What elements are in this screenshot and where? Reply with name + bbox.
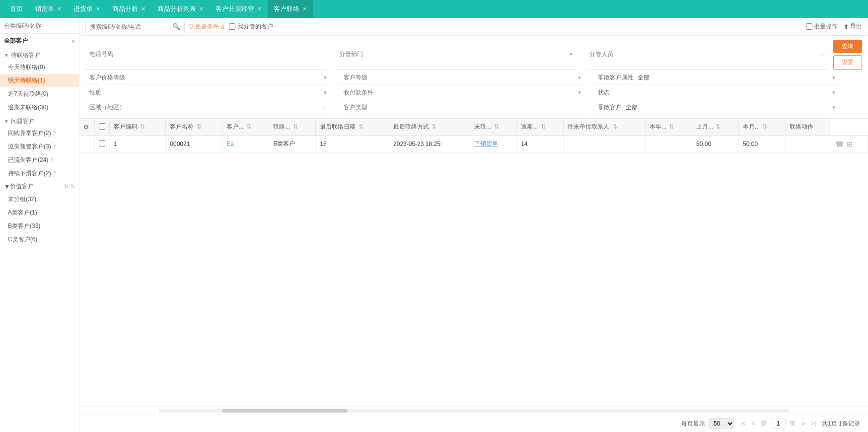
type-col-header[interactable]: 客户... ⇅ [222, 119, 269, 136]
nav-product-analysis-list[interactable]: 商品分析列表 ✕ [151, 0, 210, 18]
row-checkbox[interactable] [99, 140, 105, 146]
edit-icon[interactable]: ✎ [71, 183, 75, 190]
chevron-down-icon[interactable]: ▼ [831, 105, 836, 110]
export-icon: ⬆ [844, 23, 849, 30]
name-cell[interactable]: Ea [222, 136, 269, 152]
set-button[interactable]: 设置 [833, 55, 862, 70]
search-box: 🔍 [85, 21, 185, 32]
price-level-label: 客户价格等级 [89, 73, 129, 82]
pending-group-title: ▼ 待联络客户 [0, 48, 79, 61]
collapse-icon[interactable]: « [72, 38, 75, 45]
problem-group-title: ▼ 问题客户 [0, 114, 79, 127]
sidebar-item-churn-warning[interactable]: 流失预警客户(3) ? [0, 140, 79, 153]
table-footer: 每页显示 50 100 200 |< < 第 页 > >| 共1页 1条记录 [79, 415, 868, 432]
scatter-attr-value: 全部 [638, 73, 650, 82]
nav-customer-contact[interactable]: 客户联络 ✕ [268, 0, 313, 18]
grid-action-icon[interactable]: ⊞ [847, 140, 853, 148]
dots-icon[interactable]: ··· [323, 104, 328, 111]
refresh-icon[interactable]: ↻ [64, 183, 69, 190]
customer-level-label: 客户等级 [344, 73, 373, 82]
sidebar-item-7days-contact[interactable]: 近7天待联络(0) [0, 87, 79, 101]
search-icon[interactable]: 🔍 [172, 23, 180, 30]
my-customers-checkbox[interactable]: 我分管的客户 [229, 22, 273, 31]
chevron-down-icon[interactable]: ▼ [323, 90, 328, 95]
chevron-down-icon[interactable]: ▼ [577, 90, 582, 95]
last-contact-date-col-header[interactable]: 最后联络日期 ⇅ [316, 119, 389, 136]
export-button[interactable]: ⬆ 导出 [844, 22, 862, 31]
nav-product-analysis[interactable]: 商品分析 ✕ [106, 0, 151, 18]
chevron-down-icon[interactable]: ▼ [831, 75, 836, 80]
sidebar-item-ungrouped[interactable]: 未分组(32) [0, 193, 79, 206]
per-page-select[interactable]: 50 100 200 [709, 418, 734, 429]
sidebar-item-churned[interactable]: 已流失客户(24) ? [0, 153, 79, 167]
sidebar-item-today-contact[interactable]: 今天待联络(0) [0, 61, 79, 74]
code-col-header[interactable]: 客户编码 ⇅ [109, 119, 166, 136]
close-icon[interactable]: ✕ [96, 6, 100, 12]
my-customers-check[interactable] [229, 23, 235, 30]
close-icon[interactable]: ✕ [57, 6, 62, 12]
scatter-customer-label: 零散客户 [598, 103, 622, 112]
overdue-col-header[interactable]: 逾期... ⇅ [517, 119, 564, 136]
chevron-down-icon[interactable]: ▼ [831, 90, 836, 95]
checkbox-cell[interactable] [94, 136, 109, 152]
dots-icon[interactable]: ··· [818, 51, 823, 58]
scatter-attr-label: 零散客户属性 [598, 73, 634, 82]
action-cell[interactable]: ☎ ⊞ [831, 136, 868, 152]
chevron-down-icon[interactable]: ▼ [577, 75, 582, 80]
next-page-button[interactable]: > [799, 419, 807, 428]
sort-icon: ⇅ [494, 123, 499, 130]
name-col-header[interactable]: 客户名称 ⇅ [166, 119, 222, 136]
query-button[interactable]: 查询 [833, 40, 862, 53]
last-month-cell: 50.00 [739, 136, 786, 152]
chevron-down-icon[interactable]: ▼ [569, 52, 574, 57]
settings-cell [79, 136, 94, 152]
last-contact-method-col-header[interactable]: 最后联络方式 ⇅ [389, 119, 470, 136]
sidebar-item-tomorrow-contact[interactable]: 明天待联络(1) [0, 74, 79, 87]
sidebar-item-declining[interactable]: 持续下滑客户(2) ? [0, 167, 79, 180]
all-customers-header[interactable]: 全部客户 « [0, 34, 79, 48]
contact-person-cell [646, 136, 692, 152]
last-contact-method-cell[interactable]: 下销货单 [470, 136, 517, 152]
close-icon[interactable]: ✕ [199, 6, 204, 12]
last-month-col-header[interactable]: 上月... ⇅ [692, 119, 739, 136]
close-icon[interactable]: ✕ [302, 6, 307, 12]
checkbox-col-header[interactable] [94, 119, 109, 136]
batch-check[interactable] [806, 23, 812, 30]
help-icon: ? [50, 157, 53, 163]
first-page-button[interactable]: |< [738, 419, 747, 428]
settings-col-header[interactable]: ⚙ [79, 119, 94, 136]
arrow-down-icon: ▼ [4, 119, 9, 124]
horizontal-scrollbar[interactable] [159, 409, 789, 413]
page-number-input[interactable] [771, 419, 786, 429]
year-amount-col-header[interactable]: 本年... ⇅ [646, 119, 692, 136]
search-input[interactable] [90, 23, 172, 30]
this-month-col-header[interactable]: 本月... ⇅ [739, 119, 786, 136]
batch-operation-button[interactable]: 批量操作 [806, 22, 838, 31]
sidebar-item-overdue-contact[interactable]: 逾期未联络(30) [0, 101, 79, 114]
dept-label: 分管部门 [339, 50, 374, 59]
sidebar-item-repurchase-abnormal[interactable]: 回购异常客户(2) ? [0, 127, 79, 140]
select-all-checkbox[interactable] [99, 123, 105, 130]
chevron-down-icon[interactable]: ▼ [323, 75, 328, 80]
more-conditions-button[interactable]: ▽ 更多条件 ∧ [189, 22, 225, 31]
nav-home[interactable]: 首页 [4, 0, 29, 18]
nav-purchase-order[interactable]: 进货单 ✕ [68, 0, 106, 18]
overdue-cell [564, 136, 646, 152]
contacts-col-header[interactable]: 联络... ⇅ [269, 119, 316, 136]
last-page-button[interactable]: >| [809, 419, 818, 428]
close-icon[interactable]: ✕ [141, 6, 145, 12]
sidebar-item-a-customers[interactable]: A类客户(1) [0, 206, 79, 219]
chevron-up-icon: ∧ [220, 23, 225, 30]
sidebar-item-c-customers[interactable]: C类客户(6) [0, 233, 79, 246]
prev-page-button[interactable]: < [749, 419, 757, 428]
nav-sales-order[interactable]: 销货单 ✕ [29, 0, 68, 18]
close-icon[interactable]: ✕ [257, 6, 262, 12]
nav-customer-segmentation[interactable]: 客户分层经营 ✕ [210, 0, 268, 18]
contact-person-col-header[interactable]: 往来单位联系人 ⇅ [564, 119, 646, 136]
sidebar-item-b-customers[interactable]: B类客户(33) [0, 219, 79, 233]
sort-icon: ⇅ [716, 123, 721, 130]
sidebar-search-input[interactable] [4, 22, 78, 29]
no-contact-col-header[interactable]: 未联... ⇅ [470, 119, 517, 136]
phone-action-icon[interactable]: ☎ [835, 140, 844, 148]
row-no-cell: 1 [109, 136, 166, 152]
